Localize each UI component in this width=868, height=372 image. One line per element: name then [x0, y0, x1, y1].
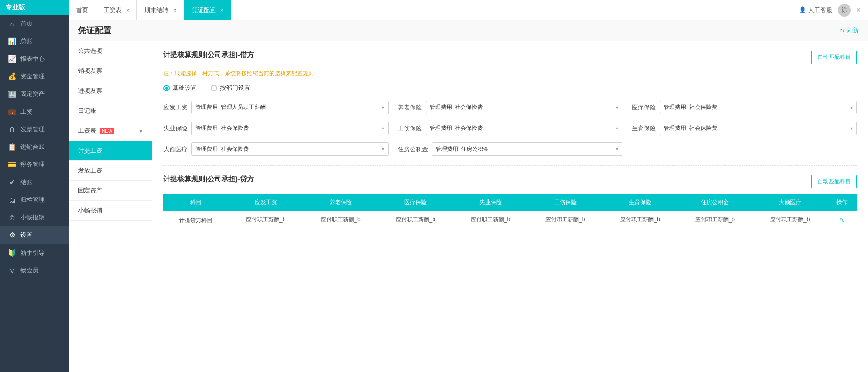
left-nav-item-pay-salary[interactable]: 发放工资	[69, 161, 152, 181]
topbar-right: 👤 人工客服 徐 ×	[799, 4, 868, 17]
tab-home[interactable]: 首页	[69, 0, 96, 20]
section1-title: 计提核算规则(公司承担)-借方	[163, 51, 254, 59]
form-item-housing: 住房公积金 管理费用_住房公积金 ▾	[398, 142, 623, 156]
label-salary: 应发工资	[163, 103, 188, 112]
cell-medical: 应付职工薪酬_b	[378, 211, 453, 230]
cell-injury: 应付职工薪酬_b	[528, 211, 602, 230]
expand-icon: ▾	[139, 128, 143, 135]
sidebar-item-closing[interactable]: ✔ 结账	[0, 173, 69, 191]
close-voucher-config-icon[interactable]: ×	[220, 7, 223, 13]
sidebar-item-archive[interactable]: 🗂 归档管理	[0, 191, 69, 209]
cell-salary: 应付职工薪酬_b	[228, 211, 303, 230]
radio-basic-setup[interactable]: 基础设置	[163, 84, 197, 92]
sidebar-item-sales-ledger[interactable]: 📋 进销台账	[0, 138, 69, 156]
sales-ledger-icon: 📋	[7, 143, 17, 151]
salary-icon: 💼	[7, 108, 17, 116]
refresh-button[interactable]: ↻ 刷新	[840, 26, 859, 35]
radio-basic-circle	[163, 85, 170, 91]
label-injury: 工伤保险	[398, 124, 422, 133]
chevron-pension: ▾	[616, 105, 618, 110]
col-maternity: 生育保险	[602, 194, 677, 211]
sidebar-item-report-center[interactable]: 📈 报表中心	[0, 50, 69, 68]
tab-voucher-config[interactable]: 凭证配置 ×	[184, 0, 231, 20]
main-panel: 计提核算规则(公司承担)-借方 自动匹配科目 注：只能选择一种方式，系统将按照您…	[152, 41, 868, 372]
tab-salary-sheet[interactable]: 工资表 ×	[96, 0, 137, 20]
sidebar-item-xiaochang-report[interactable]: © 小畅报销	[0, 209, 69, 226]
col-major-medical: 大额医疗	[752, 194, 827, 211]
left-nav-item-calc-salary[interactable]: 计提工资	[69, 141, 152, 161]
table-row: 计提贷方科目 应付职工薪酬_b 应付职工薪酬_b 应付职工薪酬_b 应付职工薪酬…	[163, 211, 857, 230]
left-nav-item-public-options[interactable]: 公共选项	[69, 41, 152, 61]
sidebar: 专业版 ⌂ 首页 📊 总账 📈 报表中心 💰 资金管理 🏢 固定资产 💼 工资 …	[0, 0, 69, 372]
left-nav-item-xiaochang-expense[interactable]: 小畅报销	[69, 201, 152, 221]
cell-subject: 计提贷方科目	[163, 211, 228, 230]
new-badge: NEW	[100, 128, 114, 134]
window-close-icon[interactable]: ×	[856, 6, 861, 14]
select-salary[interactable]: 管理费用_管理人员职工薪酬 ▾	[191, 101, 389, 114]
form-item-major-medical: 大额医疗 管理费用_社会保险费 ▾	[163, 142, 389, 156]
col-medical: 医疗保险	[378, 194, 453, 211]
section1-note: 注：只能选择一种方式，系统将按照您当前的选择来配置规则	[163, 70, 857, 77]
sidebar-item-invoice-management[interactable]: 🗒 发票管理	[0, 121, 69, 138]
report-icon: 📈	[7, 55, 17, 63]
chevron-maternity: ▾	[850, 126, 853, 131]
left-nav-item-salary-sheet[interactable]: 工资表 NEW ▾	[69, 121, 152, 141]
main-area: 首页 工资表 × 期末结转 × 凭证配置 × 👤 人工客服 徐 × 凭证配置 ↻…	[69, 0, 868, 372]
sidebar-item-vip[interactable]: V 畅会员	[0, 262, 69, 279]
sidebar-item-newbie[interactable]: 🔰 新手引导	[0, 244, 69, 262]
form-item-salary: 应发工资 管理费用_管理人员职工薪酬 ▾	[163, 101, 389, 114]
sidebar-item-tax-management[interactable]: 💳 税务管理	[0, 156, 69, 173]
form-row-3: 大额医疗 管理费用_社会保险费 ▾ 住房公积金 管理费用_住房公积金 ▾	[163, 142, 857, 156]
left-nav-item-deduct-invoice[interactable]: 进项发票	[69, 81, 152, 101]
left-nav-item-cancel-invoice[interactable]: 销项发票	[69, 61, 152, 81]
sidebar-brand: 专业版	[0, 0, 69, 15]
cell-action: ✎	[827, 211, 857, 230]
col-injury: 工伤保险	[528, 194, 602, 211]
close-period-closing-icon[interactable]: ×	[173, 7, 176, 13]
page-header: 凭证配置 ↻ 刷新	[69, 20, 868, 41]
sidebar-item-home[interactable]: ⌂ 首页	[0, 15, 69, 32]
cell-pension: 应付职工薪酬_b	[303, 211, 378, 230]
report-c-icon: ©	[7, 214, 17, 222]
select-unemployment[interactable]: 管理费用_社会保险费 ▾	[191, 122, 389, 135]
select-pension[interactable]: 管理费用_社会保险费 ▾	[426, 101, 623, 114]
select-injury[interactable]: 管理费用_社会保险费 ▾	[426, 122, 623, 135]
select-maternity[interactable]: 管理费用_社会保险费 ▾	[660, 122, 857, 135]
section2-table: 科目 应发工资 养老保险 医疗保险 失业保险 工伤保险 生育保险 住房公积金 大…	[163, 194, 857, 230]
assets-icon: 🏢	[7, 90, 17, 98]
left-nav-item-fixed-assets[interactable]: 固定资产	[69, 181, 152, 201]
newbie-icon: 🔰	[7, 249, 17, 257]
sidebar-item-fund-management[interactable]: 💰 资金管理	[0, 68, 69, 85]
cell-housing: 应付职工薪酬_b	[678, 211, 752, 230]
cell-major-medical: 应付职工薪酬_b	[752, 211, 827, 230]
form-item-maternity: 生育保险 管理费用_社会保险费 ▾	[632, 122, 857, 135]
close-salary-sheet-icon[interactable]: ×	[126, 7, 129, 13]
label-major-medical: 大额医疗	[163, 145, 188, 154]
label-unemployment: 失业保险	[163, 124, 188, 133]
radio-dept-setup[interactable]: 按部门设置	[211, 84, 250, 92]
user-service: 👤 人工客服	[799, 6, 832, 14]
select-medical[interactable]: 管理费用_社会保险费 ▾	[660, 101, 857, 114]
form-row-1: 应发工资 管理费用_管理人员职工薪酬 ▾ 养老保险 管理费用_社会保险费 ▾	[163, 101, 857, 114]
sidebar-item-salary[interactable]: 💼 工资	[0, 103, 69, 121]
chevron-injury: ▾	[616, 126, 618, 131]
form-row-2: 失业保险 管理费用_社会保险费 ▾ 工伤保险 管理费用_社会保险费 ▾	[163, 122, 857, 135]
general-ledger-icon: 📊	[7, 37, 17, 45]
home-icon: ⌂	[7, 20, 17, 28]
label-maternity: 生育保险	[632, 124, 656, 133]
form-item-medical: 医疗保险 管理费用_社会保险费 ▾	[632, 101, 857, 114]
col-action: 操作	[827, 194, 857, 211]
tab-period-closing[interactable]: 期末结转 ×	[137, 0, 184, 20]
select-major-medical[interactable]: 管理费用_社会保险费 ▾	[191, 142, 389, 156]
sidebar-item-fixed-assets[interactable]: 🏢 固定资产	[0, 85, 69, 103]
sidebar-item-settings[interactable]: ⚙ 设置	[0, 226, 69, 244]
section2-title: 计提核算规则(公司承担)-贷方	[163, 175, 254, 184]
select-housing[interactable]: 管理费用_住房公积金 ▾	[432, 142, 623, 156]
label-pension: 养老保险	[398, 103, 422, 112]
auto-match-button-2[interactable]: 自动匹配科目	[811, 175, 857, 188]
auto-match-button-1[interactable]: 自动匹配科目	[811, 51, 857, 64]
vip-icon: V	[7, 267, 17, 275]
sidebar-item-general-ledger[interactable]: 📊 总账	[0, 32, 69, 50]
edit-row-button[interactable]: ✎	[839, 217, 845, 224]
left-nav-item-journal[interactable]: 日记账	[69, 101, 152, 121]
